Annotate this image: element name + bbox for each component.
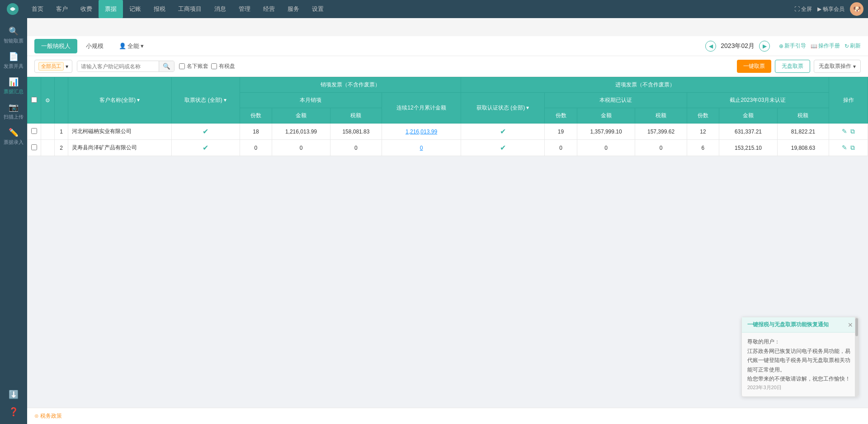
tax-disk-checkbox[interactable]: 有税盘: [211, 62, 235, 70]
member-btn[interactable]: ▶ 畅享会员: [817, 5, 844, 13]
period-prev-btn[interactable]: ◀: [705, 41, 716, 52]
sidebar-item-ticket-summary[interactable]: 📊 票据汇总: [0, 73, 27, 99]
sidebar-item-ticket-entry[interactable]: ✏️ 票据录入: [0, 124, 27, 149]
th-settings: ⚙: [41, 77, 55, 124]
sidebar-item-smart-ticket[interactable]: 🔍 智能取票: [0, 23, 27, 48]
row2-sales-cumulative[interactable]: 0: [382, 140, 461, 156]
th-unrec-count: 份数: [687, 108, 719, 124]
th-sales-group: 销项发票（不含作废票）: [240, 77, 461, 93]
nav-accounting[interactable]: 记账: [123, 0, 147, 18]
th-unrec-amount: 金额: [719, 108, 778, 124]
row2-checkbox[interactable]: [28, 140, 41, 156]
tab-general-taxpayer[interactable]: 一般纳税人: [34, 39, 77, 53]
notification-panel: 一键报税与无盘取票功能恢复通知 ✕ 尊敬的用户： 江苏政务网已恢复访问电子税务局…: [741, 317, 859, 397]
table-row: 2 灵寿县尚泽矿产品有限公司 ✔ 0 0 0 0 ✔ 0 0 0 6 153,2…: [28, 140, 868, 156]
tab-small-scale[interactable]: 小规模: [79, 39, 110, 53]
tax-policy-link[interactable]: ⊙ 税务政策: [34, 412, 62, 420]
period-next-btn[interactable]: ▶: [759, 41, 770, 52]
th-rec-tax: 税额: [635, 108, 687, 124]
no-disk-operation-btn[interactable]: 无盘取票操作 ▾: [814, 60, 861, 73]
th-purchase-recognized: 本税期已认证: [545, 93, 687, 108]
row2-edit-icon[interactable]: ✎: [842, 144, 847, 151]
nav-fee[interactable]: 收费: [74, 0, 99, 18]
search-input[interactable]: [77, 62, 159, 71]
row1-rec-status-icon: ✔: [500, 128, 506, 135]
account-checkbox-input[interactable]: [179, 63, 185, 69]
refresh-btn[interactable]: ↻ 刷新: [844, 42, 861, 50]
tax-disk-checkbox-input[interactable]: [211, 63, 217, 69]
th-status[interactable]: 取票状态 (全部) ▾: [171, 77, 240, 124]
nav-tax[interactable]: 报税: [147, 0, 172, 18]
filter-checkboxes: 名下账套 有税盘: [179, 62, 235, 70]
invoice-open-icon: 📄: [9, 52, 19, 62]
smart-ticket-icon: 🔍: [9, 26, 19, 36]
notification-line3: 给您带来的不便敬请谅解，祝您工作愉快！: [747, 374, 853, 383]
sidebar-item-invoice-open[interactable]: 📄 发票开具: [0, 48, 27, 73]
row2-num: 2: [55, 140, 68, 156]
nav-home[interactable]: 首页: [25, 0, 50, 18]
row1-status-icon: ✔: [203, 128, 208, 135]
sidebar-download[interactable]: ⬇️: [9, 387, 19, 402]
search-button[interactable]: 🔍: [159, 61, 174, 71]
one-click-ticket-btn[interactable]: 一键取票: [737, 60, 771, 73]
nav-business[interactable]: 工商项目: [172, 0, 208, 18]
row1-copy-icon[interactable]: ⧉: [850, 128, 855, 135]
tab-all[interactable]: 👤 全能 ▾: [112, 39, 151, 53]
nav-client[interactable]: 客户: [50, 0, 74, 18]
row2-client: 灵寿县尚泽矿产品有限公司: [68, 140, 172, 156]
row2-status-icon: ✔: [203, 144, 208, 152]
th-purchase-group: 进项发票（不含作废票）: [461, 77, 829, 93]
manual-btn[interactable]: 📖 操作手册: [811, 42, 840, 50]
row2-sales-tax: 0: [330, 140, 382, 156]
row2-checkbox-input[interactable]: [31, 144, 37, 150]
th-client[interactable]: 客户名称(全部) ▾: [68, 77, 172, 124]
ticket-summary-icon: 📊: [9, 77, 19, 87]
no-disk-ticket-btn[interactable]: 无盘取票: [775, 60, 810, 73]
employee-dropdown-icon: ▾: [66, 63, 68, 70]
employee-filter[interactable]: 全部员工 ▾: [34, 60, 72, 73]
row1-edit-icon[interactable]: ✎: [842, 128, 847, 135]
period-display: 2023年02月: [721, 42, 755, 50]
invoice-table: ⚙ 客户名称(全部) ▾ 取票状态 (全部) ▾ 销项发票（不含作废票） 进项发…: [27, 77, 868, 156]
row1-client: 河北柯磁枘实业有限公司: [68, 124, 172, 140]
fullscreen-btn[interactable]: ⛶ 全屏: [794, 5, 812, 13]
row1-settings: [41, 124, 55, 140]
row1-sales-cumulative[interactable]: 1,216,013.99: [382, 124, 461, 140]
th-sales-tax: 税额: [330, 108, 382, 124]
th-rec-amount: 金额: [577, 108, 635, 124]
nav-ticket[interactable]: 票据: [99, 0, 123, 18]
nav-manage[interactable]: 管理: [232, 0, 257, 18]
table-container: ⚙ 客户名称(全部) ▾ 取票状态 (全部) ▾ 销项发票（不含作废票） 进项发…: [27, 77, 868, 156]
sidebar-help[interactable]: ❓: [9, 404, 19, 419]
new-guide-btn[interactable]: ⊕ 新手引导: [779, 42, 806, 50]
row2-rec-status-icon: ✔: [500, 144, 506, 152]
th-num: [55, 77, 68, 124]
row2-unrec-count: 6: [687, 140, 719, 156]
row2-rec-count: 0: [545, 140, 577, 156]
th-rec-status[interactable]: 获取认证状态 (全部) ▾: [461, 93, 544, 124]
row1-rec-status: ✔: [461, 124, 544, 140]
row1-sales-count: 18: [240, 124, 272, 140]
nav-service[interactable]: 服务: [281, 0, 306, 18]
sidebar-item-scan-upload[interactable]: 📷 扫描上传: [0, 99, 27, 124]
row1-sales-amount: 1,216,013.99: [272, 124, 330, 140]
account-checkbox[interactable]: 名下账套: [179, 62, 208, 70]
row1-num: 1: [55, 124, 68, 140]
th-checkbox: [28, 77, 41, 124]
notification-date: 2023年3月20日: [747, 383, 853, 392]
filter-right-buttons: 一键取票 无盘取票 无盘取票操作 ▾: [737, 60, 861, 73]
row1-checkbox[interactable]: [28, 124, 41, 140]
nav-message[interactable]: 消息: [208, 0, 232, 18]
avatar[interactable]: 🐶: [850, 2, 863, 16]
select-all-checkbox[interactable]: [31, 97, 37, 103]
row2-copy-icon[interactable]: ⧉: [850, 144, 855, 151]
nav-menu: 首页 客户 收费 票据 记账 报税 工商项目 消息 管理 经营 服务 设置: [25, 0, 794, 18]
row1-status: ✔: [171, 124, 240, 140]
nav-settings[interactable]: 设置: [306, 0, 330, 18]
notification-scrollbar[interactable]: [855, 317, 859, 396]
nav-operation[interactable]: 经营: [257, 0, 281, 18]
row1-checkbox-input[interactable]: [31, 128, 37, 134]
logo[interactable]: [5, 1, 21, 17]
notification-close-btn[interactable]: ✕: [848, 321, 853, 329]
top-navigation: 首页 客户 收费 票据 记账 报税 工商项目 消息 管理 经营 服务 设置 ⛶ …: [0, 0, 868, 18]
